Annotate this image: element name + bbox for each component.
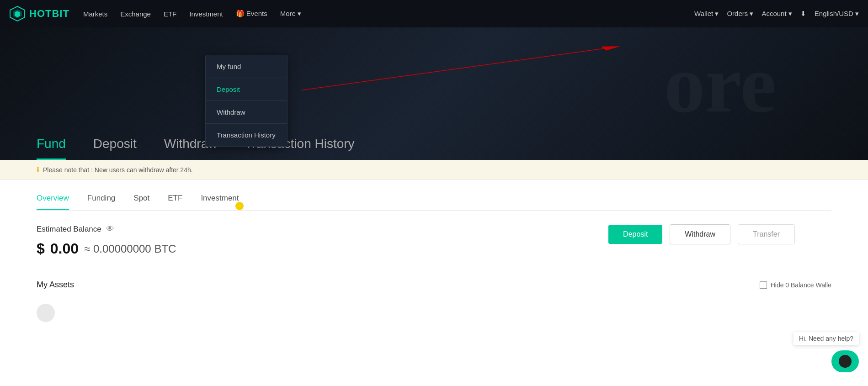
sub-tab-spot[interactable]: Spot — [133, 194, 149, 210]
hero-tab-fund[interactable]: Fund — [37, 137, 66, 160]
balance-dollar: $ — [37, 240, 45, 257]
hero-tabs: Fund Deposit Withdraw Transaction Histor… — [0, 137, 868, 160]
main-content: Overview Funding Spot ETF Investment Est… — [0, 180, 868, 386]
hide-zero-text: Hide 0 Balance Walle — [771, 281, 831, 289]
balance-row: Estimated Balance 👁 $ 0.00 ≈ 0.00000000 … — [37, 224, 831, 271]
nav-wallet[interactable]: Wallet ▾ — [694, 10, 719, 18]
dropdown-transaction-history[interactable]: Transaction History — [206, 124, 287, 146]
asset-list — [37, 299, 831, 324]
dropdown-deposit[interactable]: Deposit — [206, 78, 287, 101]
hero-section: ore Fund Deposit Withdraw Transaction Hi… — [0, 27, 868, 160]
nav-orders[interactable]: Orders ▾ — [727, 10, 753, 18]
sub-tab-overview[interactable]: Overview — [37, 194, 69, 210]
hide-zero-balance[interactable]: Hide 0 Balance Walle — [760, 281, 831, 289]
chat-bubble[interactable]: Hi. Need any help? — [831, 350, 859, 372]
nav-language[interactable]: English/USD ▾ — [815, 10, 859, 18]
chat-dot — [839, 355, 852, 368]
transfer-button[interactable]: Transfer — [738, 224, 795, 244]
nav-more[interactable]: More ▾ — [280, 10, 301, 18]
hero-watermark: ore — [664, 37, 777, 131]
balance-label-text: Estimated Balance — [37, 225, 101, 234]
nav-download[interactable]: ⬇ — [800, 10, 806, 18]
nav-etf[interactable]: ETF — [164, 10, 176, 18]
hide-zero-checkbox[interactable] — [760, 281, 767, 289]
balance-label: Estimated Balance 👁 — [37, 224, 176, 234]
deposit-button[interactable]: Deposit — [608, 225, 662, 244]
yellow-dot — [235, 202, 244, 210]
sub-tab-etf[interactable]: ETF — [168, 194, 182, 210]
nav-markets[interactable]: Markets — [83, 10, 107, 18]
sub-tab-investment[interactable]: Investment — [201, 194, 239, 210]
nav-investment[interactable]: Investment — [189, 10, 223, 18]
my-assets-title: My Assets — [37, 280, 74, 290]
balance-amount: 0.00 — [50, 240, 79, 257]
dropdown-withdraw[interactable]: Withdraw — [206, 101, 287, 124]
navbar: HOTBIT Markets Exchange ETF Investment 🎁… — [0, 0, 868, 27]
wallet-dropdown-menu: My fund Deposit Withdraw Transaction His… — [205, 55, 288, 147]
nav-events[interactable]: 🎁 Events — [236, 10, 267, 18]
logo-icon — [9, 5, 26, 22]
balance-approx: ≈ 0.00000000 BTC — [84, 243, 176, 255]
balance-value: $ 0.00 ≈ 0.00000000 BTC — [37, 240, 176, 257]
svg-line-4 — [302, 48, 603, 90]
nav-links: Markets Exchange ETF Investment 🎁 Events… — [83, 10, 694, 18]
balance-actions: Deposit Withdraw Transfer — [608, 224, 795, 244]
balance-section: Estimated Balance 👁 $ 0.00 ≈ 0.00000000 … — [37, 224, 176, 257]
sub-tab-funding[interactable]: Funding — [87, 194, 115, 210]
hero-tab-deposit[interactable]: Deposit — [93, 137, 137, 160]
hero-content: Fund Deposit Withdraw Transaction Histor… — [0, 137, 868, 160]
chat-help-text: Hi. Need any help? — [793, 332, 859, 345]
nav-account[interactable]: Account ▾ — [761, 10, 792, 18]
withdraw-button[interactable]: Withdraw — [670, 224, 730, 244]
notice-icon: ℹ — [37, 165, 39, 174]
nav-exchange[interactable]: Exchange — [120, 10, 151, 18]
notice-text: Please note that : New users can withdra… — [43, 166, 193, 174]
sub-tabs: Overview Funding Spot ETF Investment — [37, 194, 831, 211]
brand-name: HOTBIT — [29, 8, 69, 20]
page-wrapper: HOTBIT Markets Exchange ETF Investment 🎁… — [0, 0, 868, 386]
nav-right: Wallet ▾ Orders ▾ Account ▾ ⬇ English/US… — [694, 10, 859, 18]
my-assets-header: My Assets Hide 0 Balance Walle — [37, 280, 831, 290]
dropdown-my-fund[interactable]: My fund — [206, 55, 287, 78]
logo[interactable]: HOTBIT — [9, 5, 69, 22]
asset-icon-placeholder — [37, 304, 55, 322]
eye-icon[interactable]: 👁 — [106, 224, 114, 234]
notice-bar: ℹ Please note that : New users can withd… — [0, 160, 868, 180]
